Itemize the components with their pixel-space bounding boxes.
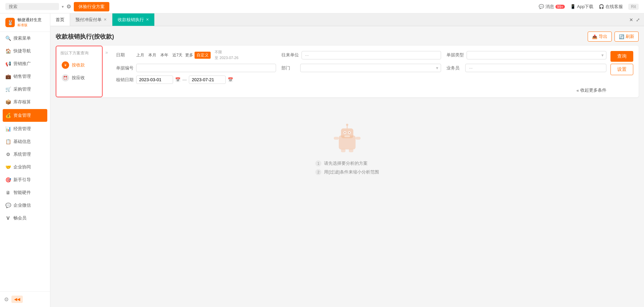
- basic-icon: 📋: [5, 139, 11, 144]
- app-download-label: App下载: [577, 4, 593, 10]
- industry-solution-button[interactable]: 休验行业方案: [74, 2, 109, 11]
- filter-settings-button[interactable]: 设置: [610, 64, 633, 75]
- purchase-icon: 🛒: [5, 87, 11, 92]
- sidebar-item-inventory[interactable]: 📦 库存核算: [0, 96, 50, 108]
- tab-home[interactable]: 首页: [50, 13, 70, 26]
- verify-date-start-input[interactable]: [136, 75, 173, 84]
- sidebar-item-purchase[interactable]: 🛒 采购管理: [0, 83, 50, 96]
- filter-option-by-receipt[interactable]: ¥ 按收款: [56, 59, 102, 71]
- receivable-icon: ⏰: [62, 74, 69, 82]
- customer-input[interactable]: ···: [302, 51, 441, 59]
- gear-button[interactable]: ⚙: [66, 3, 71, 10]
- sidebar-label-hardware: 智能硬件: [13, 190, 31, 196]
- window-maximize-button[interactable]: ⤢: [636, 17, 640, 22]
- svg-rect-8: [341, 149, 345, 152]
- sidebar-item-guide[interactable]: 🎯 新手引导: [0, 173, 50, 186]
- system-icon: ⚙: [5, 152, 11, 157]
- cal-start-icon[interactable]: 📅: [175, 77, 180, 82]
- sidebar-item-quick-nav[interactable]: 🏠 快捷导航: [0, 45, 50, 57]
- query-button[interactable]: 查询: [610, 51, 633, 62]
- sidebar-item-finance[interactable]: 💰 资金管理: [3, 109, 47, 122]
- app-icon: 📱: [570, 4, 576, 9]
- sidebar-label-finance: 资金管理: [13, 112, 31, 118]
- sidebar-settings-button[interactable]: ⚙: [4, 296, 9, 303]
- tab-prepay[interactable]: 预付冲应付单 ✕: [70, 13, 112, 26]
- filter-sidebar-title: 按以下方案查询: [56, 50, 102, 59]
- staff-input[interactable]: ···: [465, 64, 606, 72]
- page-content: 收款核销执行(按收款) 📤 导出 🔄 刷新 按以下方案查询: [50, 26, 644, 307]
- refresh-button[interactable]: 🔄 刷新: [614, 32, 639, 42]
- doc-no-input[interactable]: [136, 64, 276, 72]
- sidebar-item-sales[interactable]: 💼 销售管理: [0, 70, 50, 83]
- search-input[interactable]: [5, 3, 59, 10]
- filter-form: 日期 上月 本月 本年 近7天 更多 自定义: [111, 46, 639, 97]
- sidebar-label-guide: 新手引导: [13, 177, 31, 183]
- sidebar-collapse-button[interactable]: ◀◀: [11, 296, 23, 303]
- sidebar-logo: 🐰 畅捷通好生意 标准版: [0, 13, 50, 32]
- dept-select-wrapper: ▾: [300, 64, 441, 72]
- collapse-more-button[interactable]: « 收起更多条件: [577, 87, 606, 93]
- logo-name: 畅捷通好生意: [17, 17, 42, 23]
- filter-row-date: 日期 上月 本月 本年 近7天 更多 自定义: [116, 50, 606, 60]
- date-group: 日期 上月 本月 本年 近7天 更多 自定义: [116, 50, 276, 60]
- sidebar-label-business: 经营管理: [13, 126, 31, 132]
- tab-receipt-close[interactable]: ✕: [146, 18, 149, 21]
- window-close-button[interactable]: ✕: [629, 17, 633, 22]
- doc-type-label: 单据类型: [446, 52, 464, 58]
- enterprise-icon: 🤝: [5, 164, 11, 170]
- empty-tip-2: 2 用[过滤]条件来缩小分析范围: [315, 169, 379, 175]
- sidebar-collapse-arrow[interactable]: »: [103, 50, 111, 55]
- staff-group: 业务员 ···: [446, 64, 606, 72]
- cal-end-icon[interactable]: 📅: [228, 77, 233, 82]
- date-shortcut-this-month[interactable]: 本月: [147, 52, 158, 59]
- date-shortcut-7days[interactable]: 近7天: [171, 52, 184, 59]
- message-button[interactable]: 💬 消息 99+: [539, 4, 565, 10]
- customer-group: 往来单位 ···: [281, 51, 441, 59]
- date-shortcut-custom[interactable]: 自定义: [195, 52, 211, 59]
- doc-type-select[interactable]: [467, 51, 606, 59]
- sidebar-label-search: 搜索菜单: [13, 35, 31, 41]
- date-to: 至 2023-07-26: [215, 55, 238, 60]
- user-avatar[interactable]: Rit: [628, 4, 639, 10]
- tab-receipt[interactable]: 收款核销执行 ✕: [112, 13, 155, 26]
- tab-prepay-close[interactable]: ✕: [104, 18, 107, 21]
- date-shortcut-this-year[interactable]: 本年: [159, 52, 170, 59]
- finance-icon: 💰: [5, 113, 11, 118]
- refresh-label: 刷新: [626, 34, 634, 40]
- date-shortcut-last-month[interactable]: 上月: [135, 52, 146, 59]
- filter-option-receipt-label: 按收款: [72, 62, 85, 68]
- sidebar-item-business[interactable]: 📊 经营管理: [0, 122, 50, 135]
- message-badge: 99+: [555, 5, 565, 9]
- sidebar-label-member: 畅会员: [13, 215, 26, 221]
- tip-1-num: 1: [315, 160, 321, 166]
- sidebar-label-purchase: 采购管理: [13, 86, 31, 92]
- sidebar-item-search[interactable]: 🔍 搜索菜单: [0, 32, 50, 45]
- tab-prepay-label: 预付冲应付单: [75, 17, 102, 23]
- app-download-button[interactable]: 📱 App下载: [570, 4, 593, 10]
- sidebar-item-marketing[interactable]: 📢 营销推广: [0, 57, 50, 70]
- online-service-button[interactable]: 🎧 在线客服: [599, 4, 623, 10]
- dept-group: 部门 ▾: [281, 64, 441, 72]
- verify-date-range: 📅 — 📅: [136, 75, 233, 84]
- guide-icon: 🎯: [5, 177, 11, 183]
- sidebar-item-basic[interactable]: 📋 基础信息: [0, 135, 50, 148]
- sidebar-item-wechat[interactable]: 💬 企业微信: [0, 199, 50, 212]
- chevron-down-icon: ▾: [62, 4, 64, 9]
- sidebar-item-hardware[interactable]: 🖥 智能硬件: [0, 186, 50, 199]
- business-icon: 📊: [5, 126, 11, 132]
- sidebar-label-enterprise: 企业协同: [13, 164, 31, 170]
- sidebar-item-enterprise[interactable]: 🤝 企业协同: [0, 161, 50, 173]
- filter-option-by-receivable[interactable]: ⏰ 按应收: [56, 71, 102, 84]
- sidebar-item-member[interactable]: V 畅会员: [0, 212, 50, 224]
- staff-label: 业务员: [446, 65, 463, 71]
- filter-actions: 查询 设置: [610, 50, 633, 75]
- filter-option-receivable-label: 按应收: [72, 75, 85, 81]
- dept-select[interactable]: [300, 64, 441, 72]
- doc-type-group: 单据类型 ▾: [446, 51, 606, 59]
- date-shortcut-more[interactable]: 更多: [185, 52, 193, 58]
- doc-no-label: 单据编号: [116, 65, 133, 71]
- verify-date-end-input[interactable]: [189, 75, 226, 84]
- verify-date-group: 核销日期 📅 — 📅: [116, 75, 606, 84]
- sidebar-item-system[interactable]: ⚙ 系统管理: [0, 148, 50, 161]
- export-button[interactable]: 📤 导出: [588, 32, 612, 42]
